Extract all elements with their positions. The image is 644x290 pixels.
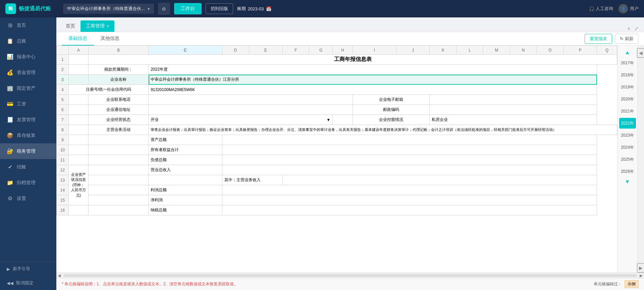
- cell-11d[interactable]: [222, 155, 597, 165]
- title-cell[interactable]: 工商年报信息表: [89, 55, 617, 65]
- sidebar-item-label: 资金管理: [17, 70, 36, 76]
- cell-10c: 所有者权益合计: [149, 145, 222, 155]
- sidebar-item-tax[interactable]: 🔐 税务管理: [0, 143, 56, 159]
- sidebar-item-inventory[interactable]: 📦 库存核算: [0, 128, 56, 143]
- spreadsheet-main[interactable]: A B C D E F G H I J K L: [56, 46, 617, 273]
- window-close-button[interactable]: ×: [626, 25, 632, 32]
- cell-4c[interactable]: 91320100MA208E5W6K: [149, 85, 597, 95]
- sidebar-bottom: ▶ 新手引导 ◀◀ 取消固定: [0, 262, 56, 290]
- col-E: E: [249, 46, 282, 55]
- cell-10d[interactable]: [222, 145, 597, 155]
- sidebar-item-unpin[interactable]: ◀◀ 取消固定: [0, 276, 56, 290]
- cell-edit-example: 示例: [625, 280, 639, 288]
- tab-bar: 首页 工商管理 × × ⤢: [56, 17, 644, 32]
- sub-tab-basic[interactable]: 基础信息: [62, 32, 94, 46]
- switch-version-button[interactable]: 切到旧版: [206, 3, 233, 14]
- reset-table-button[interactable]: 重置报表: [585, 34, 612, 44]
- calendar-icon[interactable]: 📅: [266, 6, 271, 11]
- sidebar-item-assets[interactable]: 🏢 固定资产: [0, 80, 56, 96]
- year-item-2024[interactable]: 2024年: [619, 142, 636, 153]
- tax-icon: 🔐: [7, 148, 13, 154]
- col-P: P: [564, 46, 597, 55]
- settings-icon: ⚙: [7, 195, 13, 202]
- year-item-2020[interactable]: 2020年: [619, 94, 636, 104]
- cell-7k[interactable]: 私营企业: [430, 115, 597, 125]
- cell-5c[interactable]: [149, 95, 353, 105]
- sub-tab-other[interactable]: 其他信息: [94, 32, 126, 46]
- cell-12d[interactable]: [222, 165, 597, 175]
- cell-13g[interactable]: [282, 175, 597, 185]
- cell-16d[interactable]: [222, 205, 597, 215]
- year-scroll-down-button[interactable]: ▼: [625, 179, 630, 185]
- expand-button[interactable]: ▶: [637, 263, 644, 273]
- cell-3c[interactable]: 中审众环会计师事务所（特殊普通合伙）江苏分所: [149, 75, 597, 85]
- refresh-button[interactable]: ↻ 刷新: [615, 34, 639, 44]
- help-button[interactable]: 🎧 人工咨询: [589, 6, 613, 12]
- year-item-2021[interactable]: 2021年: [619, 106, 636, 117]
- cell-3b: 企业名称: [89, 75, 149, 85]
- cell-6k[interactable]: [430, 105, 597, 115]
- sidebar-item-ledger[interactable]: 📋 总账: [0, 33, 56, 49]
- sidebar-item-label: 设置: [17, 196, 26, 202]
- sub-tab-other-label: 其他信息: [101, 35, 119, 41]
- cell-6i: 邮政编码: [353, 105, 430, 115]
- top-header: 账 畅捷通易代账 中审众环会计师事务所（特殊普通合伙... ▾ ⊙ 工作台 切到…: [0, 0, 644, 17]
- cell-14d[interactable]: [222, 185, 597, 195]
- content-area: 首页 工商管理 × × ⤢ 基础信息 其他信息: [56, 17, 644, 290]
- collapse-button[interactable]: ◀: [637, 48, 644, 58]
- workbench-button[interactable]: 工作台: [174, 3, 202, 14]
- invoice-icon: 🧾: [7, 117, 13, 123]
- window-expand-button[interactable]: ⤢: [633, 25, 640, 32]
- row-num-7: 7: [57, 115, 69, 125]
- company-selector[interactable]: 中审众环会计师事务所（特殊普通合伙... ▾: [63, 4, 154, 14]
- year-item-2023[interactable]: 2023年: [619, 130, 636, 141]
- horizontal-scrollbar[interactable]: ◀ ▶: [56, 273, 644, 278]
- row-num-13: 13: [57, 175, 69, 185]
- scroll-track[interactable]: [63, 274, 637, 277]
- tab-home[interactable]: 首页: [60, 20, 80, 32]
- spreadsheet-table: A B C D E F G H I J K L: [56, 46, 617, 215]
- sidebar-item-salary[interactable]: 💳 工资: [0, 96, 56, 112]
- sidebar-item-archive[interactable]: 📁 归档管理: [0, 175, 56, 191]
- cell-15d[interactable]: [222, 195, 597, 205]
- scroll-right-button[interactable]: ▶: [638, 273, 644, 278]
- user-area[interactable]: 👤 用户: [619, 4, 639, 13]
- cell-5k[interactable]: [430, 95, 597, 105]
- sidebar-item-settings[interactable]: ⚙ 设置: [0, 191, 56, 206]
- col-K: K: [430, 46, 457, 55]
- year-scroll-up-button[interactable]: ▲: [625, 50, 630, 56]
- sidebar-item-finance[interactable]: 💰 资金管理: [0, 65, 56, 80]
- row-num-14: 14: [57, 185, 69, 195]
- row-num-6: 6: [57, 105, 69, 115]
- year-item-2025[interactable]: 2025年: [619, 154, 636, 165]
- sidebar-item-report[interactable]: 📊 报表中心: [0, 49, 56, 65]
- company-name: 中审众环会计师事务所（特殊普通合伙...: [67, 6, 145, 12]
- sidebar-item-close[interactable]: ✔ 结账: [0, 159, 56, 175]
- cell-edit-label: 单元格编辑过：: [594, 281, 622, 287]
- year-item-2026[interactable]: 2026年: [619, 166, 636, 177]
- cell-6c[interactable]: [149, 105, 353, 115]
- tab-gongshang[interactable]: 工商管理 ×: [80, 20, 114, 32]
- scroll-left-button[interactable]: ◀: [56, 273, 62, 278]
- cell-9d[interactable]: [222, 135, 597, 145]
- table-row: 5 企业联系电话 企业电子邮箱: [57, 95, 617, 105]
- cell-2c[interactable]: 2022年度: [149, 65, 597, 75]
- copy-button[interactable]: ⊙: [158, 3, 170, 15]
- row-num-4: 4: [57, 85, 69, 95]
- table-row: 14 利润总额: [57, 185, 617, 195]
- period-value: 2023-03: [248, 6, 264, 11]
- tab-close-icon[interactable]: ×: [107, 24, 109, 28]
- cell-7c[interactable]: 开业 ▼: [149, 115, 333, 125]
- sidebar-item-guide[interactable]: ▶ 新手引导: [0, 262, 56, 276]
- year-item-2018[interactable]: 2018年: [619, 70, 636, 80]
- sidebar-item-invoice[interactable]: 🧾 发票管理: [0, 112, 56, 128]
- year-item-2019[interactable]: 2019年: [619, 82, 636, 92]
- year-item-2022[interactable]: 2022年: [619, 118, 636, 129]
- cell-8c[interactable]: 审查企业会计报表；出具审计报告；验证企业资本；出具验资报告；办理企业合开、分立、…: [149, 125, 617, 135]
- cell-13e: 其中：主营业务收入: [222, 175, 282, 185]
- year-item-2017[interactable]: 2017年: [619, 58, 636, 68]
- dropdown-icon[interactable]: ▼: [326, 118, 330, 122]
- tab-home-label: 首页: [66, 23, 75, 29]
- sidebar-item-home[interactable]: ⊞ 首页: [0, 17, 56, 33]
- cell-5b: 企业联系电话: [89, 95, 149, 105]
